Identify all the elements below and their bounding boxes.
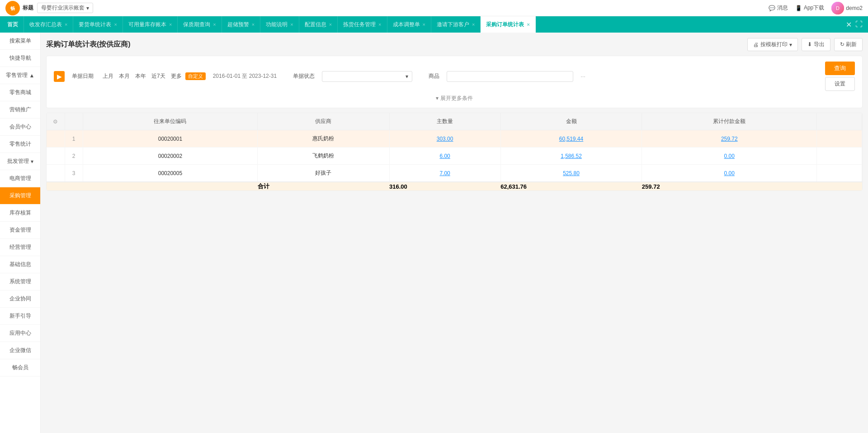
close-icon[interactable]: × (290, 22, 293, 27)
svg-text:D: D (836, 5, 840, 11)
sidebar-item-new-guide[interactable]: 新手引导 (0, 308, 40, 325)
query-btn-group: 查询 设置 (825, 62, 855, 91)
date-btn-last-month[interactable]: 上月 (101, 71, 115, 81)
tab-available-stock[interactable]: 可用量库存账本 × (123, 16, 178, 33)
col-supplier-name: 供应商 (258, 113, 389, 130)
close-icon[interactable]: × (114, 22, 117, 27)
print-button[interactable]: 🖨 按模板打印 ▾ (747, 38, 798, 51)
sidebar-item-quick-nav[interactable]: 快捷导航 (0, 50, 40, 67)
sidebar-item-finance-mgmt[interactable]: 资金管理 (0, 222, 40, 239)
refresh-button[interactable]: ↻ 刷新 (834, 38, 863, 51)
tab-purchase-order-summary[interactable]: 采购订单统计表 × (481, 16, 535, 33)
sidebar-item-members[interactable]: 畅会员 (0, 359, 40, 376)
chevron-down-icon: ▾ (406, 73, 408, 80)
message-action[interactable]: 💬 消息 (769, 4, 788, 12)
filter-status-select[interactable]: ▾ (322, 71, 412, 82)
close-icon[interactable]: × (169, 22, 172, 27)
print-label: 按模板打印 (760, 41, 788, 48)
app-download-action[interactable]: 📱 App下载 (795, 4, 824, 12)
cell-main-qty[interactable]: 6.00 (389, 148, 500, 165)
export-button[interactable]: ⬇ 导出 (802, 38, 830, 51)
cell-supplier-name: 惠氏奶粉 (258, 130, 389, 148)
user-name: demo2 (846, 5, 863, 11)
sidebar-item-operation-mgmt[interactable]: 经营管理 (0, 239, 40, 256)
tab-overstock-warning[interactable]: 超储预警 × (222, 16, 260, 33)
refresh-label: 刷新 (846, 41, 857, 48)
tab-invite-downstream[interactable]: 邀请下游客户 × (431, 16, 481, 33)
sidebar-item-basic-info[interactable]: 基础信息 (0, 256, 40, 273)
date-btn-7-days[interactable]: 近7天 (150, 71, 167, 81)
cell-cumulative-paid[interactable]: 0.00 (642, 148, 817, 165)
close-icon[interactable]: × (527, 22, 529, 27)
date-btn-this-year[interactable]: 本年 (133, 71, 148, 81)
sidebar-item-retail-shop[interactable]: 零售商城 (0, 84, 40, 101)
sidebar-item-enterprise-wechat[interactable]: 企业微信 (0, 342, 40, 359)
tab-warranty-query[interactable]: 保质期查询 × (178, 16, 222, 33)
tab-cost-adjust[interactable]: 成本调整单 × (387, 16, 431, 33)
tab-order-summary[interactable]: 要货单统计表 × (73, 16, 123, 33)
sidebar-item-purchase-mgmt[interactable]: 采购管理 (0, 187, 40, 205)
filter-goods-input[interactable] (447, 71, 573, 82)
sidebar-item-retail-stats[interactable]: 零售统计 (0, 136, 40, 153)
sidebar-item-app-center[interactable]: 应用中心 (0, 325, 40, 342)
sidebar-item-marketing[interactable]: 营销推广 (0, 101, 40, 119)
close-all-icon[interactable]: ✕ (846, 20, 852, 29)
app-download-icon: 📱 (795, 5, 802, 11)
cell-extra (817, 148, 862, 165)
close-icon[interactable]: × (213, 22, 216, 27)
cell-check (47, 148, 65, 165)
col-supplier-code: 往来单位编码 (83, 113, 258, 130)
footer-amount: 62,631.76 (500, 182, 642, 190)
filter-expand-button[interactable]: ▾ 展开更多条件 (436, 95, 472, 102)
settings-button[interactable]: 设置 (825, 77, 855, 91)
close-icon[interactable]: × (378, 22, 381, 27)
cell-amount[interactable]: 60,519.44 (500, 130, 642, 148)
sidebar-item-retail-mgmt[interactable]: 零售管理 ▲ (0, 67, 40, 84)
sidebar-item-member-center[interactable]: 会员中心 (0, 119, 40, 136)
tab-config-info[interactable]: 配置信息 × (299, 16, 338, 33)
close-icon[interactable]: × (329, 22, 332, 27)
sidebar-item-inventory-check[interactable]: 库存核算 (0, 205, 40, 222)
tab-pick-task[interactable]: 拣货任务管理 × (338, 16, 387, 33)
app-download-label: App下载 (804, 4, 824, 12)
custom-date-badge[interactable]: 自定义 (185, 72, 206, 80)
cell-cumulative-paid[interactable]: 259.72 (642, 130, 817, 148)
tab-receive-summary[interactable]: 收发存汇总表 × (24, 16, 73, 33)
cell-cumulative-paid[interactable]: 0.00 (642, 165, 817, 182)
maximize-icon[interactable]: ⛶ (855, 20, 863, 29)
sidebar-item-wholesale-mgmt[interactable]: 批发管理 ▾ (0, 153, 40, 170)
chevron-down-icon: ▲ (29, 72, 35, 79)
settings-icon[interactable]: ⚙ (53, 119, 58, 125)
footer-spacer (47, 182, 65, 190)
sidebar-item-ecommerce-mgmt[interactable]: 电商管理 (0, 170, 40, 187)
footer-spacer (817, 182, 862, 190)
company-name: 母婴行业演示账套 (41, 4, 85, 12)
query-button[interactable]: 查询 (825, 62, 855, 75)
close-icon[interactable]: × (472, 22, 475, 27)
company-selector[interactable]: 母婴行业演示账套 ▾ (37, 3, 93, 13)
date-btn-more[interactable]: 更多 (169, 71, 184, 81)
svg-text:畅: 畅 (10, 6, 15, 11)
cell-main-qty[interactable]: 7.00 (389, 165, 500, 182)
page-actions: 🖨 按模板打印 ▾ ⬇ 导出 ↻ 刷新 (747, 38, 863, 51)
date-btn-this-month[interactable]: 本月 (117, 71, 132, 81)
close-icon[interactable]: × (65, 22, 67, 27)
sidebar-item-search[interactable]: 搜索菜单 (0, 33, 40, 50)
page-header: 采购订单统计表(按供应商) 🖨 按模板打印 ▾ ⬇ 导出 ↻ 刷新 (46, 38, 863, 51)
sidebar-item-enterprise-collab[interactable]: 企业协同 (0, 290, 40, 308)
footer-spacer (65, 182, 83, 190)
filter-toggle-button[interactable]: ▶ (54, 71, 65, 82)
close-icon[interactable]: × (252, 22, 255, 27)
tab-home[interactable]: 首页 (2, 16, 24, 33)
cell-main-qty[interactable]: 303.00 (389, 130, 500, 148)
tab-function-desc[interactable]: 功能说明 × (260, 16, 299, 33)
user-profile[interactable]: D demo2 (831, 2, 863, 14)
sidebar-item-system-mgmt[interactable]: 系统管理 (0, 273, 40, 290)
cell-amount[interactable]: 525.80 (500, 165, 642, 182)
cell-amount[interactable]: 1,586.52 (500, 148, 642, 165)
close-icon[interactable]: × (423, 22, 425, 27)
footer-label: 合计 (258, 182, 389, 190)
col-settings: ⚙ (47, 113, 65, 130)
filter-more-icon[interactable]: ··· (580, 73, 585, 80)
table-container: ⚙ 往来单位编码 供应商 主数量 金额 累计付款金额 1 (46, 113, 863, 191)
